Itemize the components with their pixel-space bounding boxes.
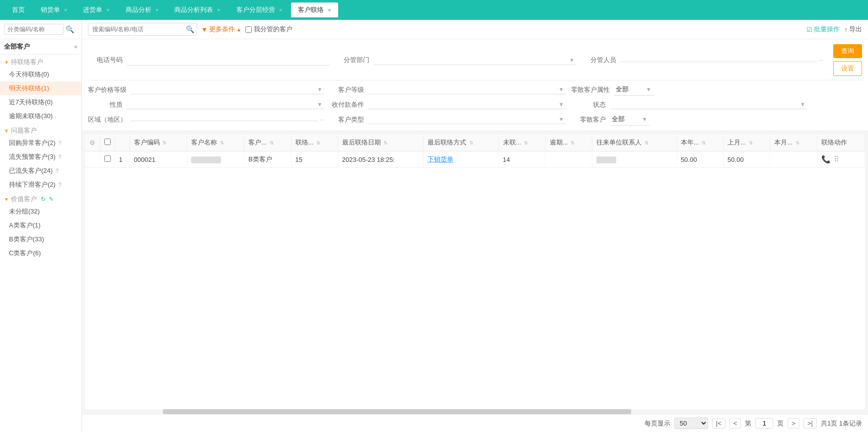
filter-price-grade-select[interactable]: ▼ (131, 85, 324, 94)
sidebar-group-pending: ▼ 待联络客户 (0, 55, 81, 68)
sidebar-item-overdue[interactable]: 逾期未联络(30) (0, 109, 81, 123)
page-size-select[interactable]: 50 100 200 (674, 418, 708, 429)
filter-dept-select[interactable]: ▼ (373, 56, 577, 65)
th-customer-type[interactable]: 客户... ⇅ (244, 134, 291, 151)
close-customer-tier-icon[interactable]: × (279, 7, 282, 13)
nav-sales[interactable]: 销货单 × (34, 2, 74, 17)
nav-home[interactable]: 首页 (5, 2, 32, 17)
th-gear[interactable]: ⚙ (85, 134, 100, 151)
nav-goods-analysis-list[interactable]: 商品分析列表 × (167, 2, 227, 17)
nav-customer-tier[interactable]: 客户分层经营 × (229, 2, 289, 17)
more-filter-button[interactable]: ▼ 更多条件 ▲ (201, 25, 241, 34)
th-unit-contact[interactable]: 往来单位联系人 ⇅ (592, 134, 677, 151)
grid-action-icon[interactable]: ⠿ (834, 155, 839, 164)
retail-arrow: ▼ (642, 116, 648, 122)
filter-nature-select[interactable]: ▼ (127, 100, 324, 109)
batch-operation-button[interactable]: ☑ 批量操作 (806, 25, 840, 34)
nav-purchase[interactable]: 进货单 × (76, 2, 116, 17)
th-last-month[interactable]: 上月... ⇅ (723, 134, 770, 151)
th-contacts[interactable]: 联络... ⇅ (291, 134, 338, 151)
th-not-contacted[interactable]: 未联... ⇅ (499, 134, 545, 151)
sort-contacts-icon[interactable]: ⇅ (316, 140, 320, 145)
sidebar-item-tomorrow[interactable]: 明天待联络(1) (0, 81, 81, 95)
sidebar-item-today[interactable]: 今天待联络(0) (0, 68, 81, 81)
close-goods-analysis-icon[interactable]: × (155, 7, 158, 13)
query-button[interactable]: 查询 (833, 44, 862, 58)
sort-lmonth-icon[interactable]: ⇅ (749, 140, 753, 145)
sidebar-item-7days[interactable]: 近7天待联络(0) (0, 95, 81, 109)
filter-status-select[interactable]: ▼ (610, 100, 807, 109)
filter-payment-select[interactable]: ▼ (368, 100, 566, 109)
row-checkbox[interactable] (104, 155, 111, 162)
edit-value-icon[interactable]: ✎ (49, 196, 54, 203)
td-this-year: 50.00 (676, 151, 723, 168)
filter-retail-attr-label: 零散客户属性 (571, 85, 610, 94)
filter-retail-attr-select[interactable]: 全部 ▼ (614, 83, 653, 96)
sort-date-icon[interactable]: ⇅ (383, 140, 387, 145)
sort-year-icon[interactable]: ⇅ (702, 140, 706, 145)
my-customers-checkbox[interactable] (245, 26, 252, 33)
last-page-button[interactable]: >| (803, 418, 817, 429)
filter-customer-type: 客户类型 ▼ (329, 115, 571, 124)
filter-region-select[interactable] (131, 118, 318, 121)
filter-customer-type-select[interactable]: ▼ (368, 115, 566, 124)
nav-customer-contact[interactable]: 客户联络 × (291, 2, 338, 17)
prev-page-button[interactable]: < (729, 418, 741, 429)
phone-action-icon[interactable]: 📞 (821, 155, 831, 164)
scrollbar-thumb[interactable] (163, 409, 631, 414)
sidebar-item-churned[interactable]: 已流失客户(24) ? (0, 164, 81, 178)
sidebar-item-class-a[interactable]: A类客户(1) (0, 218, 81, 232)
sidebar-search-input[interactable] (4, 24, 64, 35)
main-search-icon[interactable]: 🔍 (186, 25, 194, 33)
first-page-button[interactable]: |< (712, 418, 725, 429)
page-number-input[interactable] (755, 418, 773, 429)
sidebar-search-icon[interactable]: 🔍 (66, 25, 74, 33)
filter-manager-more-icon[interactable]: ··· (819, 57, 823, 63)
filter-region-more-icon[interactable]: ··· (320, 117, 324, 123)
close-goods-list-icon[interactable]: × (217, 7, 220, 13)
refresh-value-icon[interactable]: ↻ (41, 196, 46, 203)
main-search-input[interactable] (88, 23, 197, 36)
sort-nc-icon[interactable]: ⇅ (524, 140, 528, 145)
sort-month-icon[interactable]: ⇅ (796, 140, 799, 145)
sort-type-icon[interactable]: ⇅ (270, 140, 274, 145)
sidebar-item-repurchase[interactable]: 回购异常客户(2) ? (0, 136, 81, 150)
sort-unit-icon[interactable]: ⇅ (645, 140, 649, 145)
filter-retail-label: 零散客户 (571, 115, 606, 124)
export-button[interactable]: ↑ 导出 (845, 25, 863, 34)
filter-phone-input[interactable] (127, 55, 330, 66)
th-this-year[interactable]: 本年... ⇅ (676, 134, 723, 151)
sidebar-item-churn-warning[interactable]: 流失预警客户(3) ? (0, 150, 81, 164)
th-last-contact-date[interactable]: 最后联络日期 ⇅ (338, 134, 423, 151)
sidebar-item-declining[interactable]: 持续下滑客户(2) ? (0, 178, 81, 192)
last-contact-link[interactable]: 下销货单 (428, 155, 453, 163)
close-customer-contact-icon[interactable]: × (328, 7, 331, 13)
th-overdue[interactable]: 逾期... ⇅ (545, 134, 592, 151)
settings-button[interactable]: 设置 (833, 61, 862, 76)
sort-code-icon[interactable]: ⇅ (162, 140, 166, 145)
th-customer-name[interactable]: 客户名称 ⇅ (187, 134, 244, 151)
horizontal-scrollbar[interactable] (85, 409, 865, 414)
my-customers-checkbox-wrap[interactable]: 我分管的客户 (245, 25, 292, 34)
close-purchase-icon[interactable]: × (106, 7, 109, 13)
sidebar-all-customers[interactable]: 全部客户 « (0, 39, 81, 55)
data-table-wrap: ⚙ 客户编码 ⇅ 客户名称 ⇅ (85, 134, 865, 409)
filter-retail-select[interactable]: 全部 ▼ (610, 113, 650, 126)
sidebar-item-class-c[interactable]: C类客户(6) (0, 246, 81, 260)
sort-name-icon[interactable]: ⇅ (220, 140, 224, 145)
filter-manager-select[interactable] (620, 59, 817, 62)
filter-row-1: 电话号码 分管部门 ▼ 分管人员 ··· 查询 (88, 44, 862, 76)
nav-goods-analysis[interactable]: 商品分析 × (119, 2, 165, 17)
filter-customer-grade-select[interactable]: ▼ (368, 85, 566, 94)
next-page-button[interactable]: > (788, 418, 799, 429)
sidebar-item-class-b[interactable]: B类客户(33) (0, 232, 81, 246)
sort-overdue-icon[interactable]: ⇅ (571, 140, 575, 145)
th-customer-code[interactable]: 客户编码 ⇅ (130, 134, 187, 151)
sidebar-item-ungrouped[interactable]: 未分组(32) (0, 205, 81, 218)
select-all-checkbox[interactable] (104, 139, 111, 145)
filter-actions: 查询 设置 (833, 44, 862, 76)
close-sales-icon[interactable]: × (64, 7, 67, 13)
sort-method-icon[interactable]: ⇅ (469, 140, 473, 145)
th-this-month[interactable]: 本月... ⇅ (770, 134, 817, 151)
th-last-contact-method[interactable]: 最后联络方式 ⇅ (423, 134, 499, 151)
